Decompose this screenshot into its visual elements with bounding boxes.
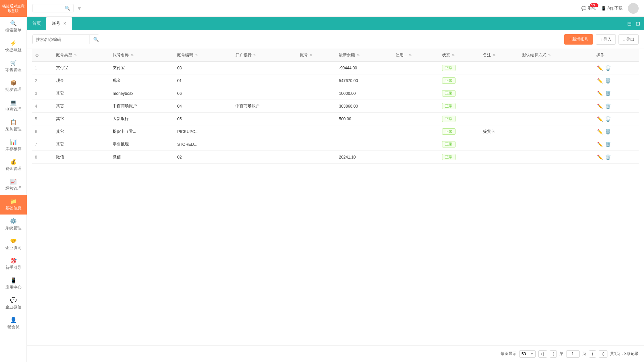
edit-button[interactable]: ✏️	[597, 91, 603, 96]
col-bank[interactable]: 开户银行 ⇅	[233, 49, 297, 62]
table-settings-icon[interactable]: ⚙	[35, 53, 39, 58]
tab-close-icon[interactable]: ✕	[63, 21, 66, 26]
edit-button[interactable]: ✏️	[597, 116, 603, 122]
table-row: 6 其它 提货卡（零... PICKUPC... 正常 提货卡 ✏️ 🗑️	[32, 125, 639, 138]
search-submit-button[interactable]: 🔍	[90, 35, 99, 44]
sidebar-item-wholesale[interactable]: 📦批发管理	[0, 76, 27, 96]
sidebar-item-finance[interactable]: 💰资金管理	[0, 155, 27, 175]
main-area: 🔍 ▾ 💬 消息 99+ 📱 App下载 首页 账号 ✕ ⊟	[27, 0, 644, 362]
sidebar-item-guide[interactable]: 🎯新手引导	[0, 254, 27, 274]
tab-home-label: 首页	[32, 20, 41, 26]
tab-minimize-button[interactable]: ⊟	[626, 19, 633, 28]
col-usage[interactable]: 使用... ⇅	[393, 49, 439, 62]
edit-button[interactable]: ✏️	[597, 104, 603, 109]
delete-button[interactable]: 🗑️	[605, 91, 611, 96]
tabbar-actions: ⊟ ⊡	[626, 19, 644, 28]
col-note[interactable]: 备注 ⇅	[480, 49, 520, 62]
sidebar-item-retail[interactable]: 🛒零售管理	[0, 56, 27, 76]
topbar-dropdown-icon[interactable]: ▾	[78, 5, 81, 12]
delete-button[interactable]: 🗑️	[605, 78, 611, 83]
row-code: STORED...	[174, 138, 232, 151]
content-area: 🔍 + 新增账号 ↑ 导入 ↓ 导出	[27, 30, 644, 362]
row-usage	[393, 100, 439, 113]
col-name[interactable]: 账号名称 ⇅	[110, 49, 174, 62]
tab-maximize-button[interactable]: ⊡	[634, 19, 641, 28]
tab-home[interactable]: 首页	[27, 17, 46, 30]
sidebar-item-label-ecommerce: 电商管理	[2, 107, 25, 112]
row-name: 大新银行	[110, 113, 174, 125]
sidebar-item-label-operations: 经营管理	[2, 186, 25, 191]
table-row: 8 微信 微信 02 28241.10 正常 ✏️ 🗑️	[32, 151, 639, 164]
col-status[interactable]: 状态 ⇅	[439, 49, 480, 62]
row-num: 4	[32, 100, 53, 113]
row-actions: ✏️ 🗑️	[594, 87, 639, 100]
row-note	[480, 74, 520, 87]
delete-button[interactable]: 🗑️	[605, 155, 611, 160]
row-balance: 28241.10	[336, 151, 393, 164]
edit-button[interactable]: ✏️	[597, 142, 603, 147]
sidebar-item-corporate[interactable]: 🤝企业协同	[0, 234, 27, 254]
row-settlement	[520, 125, 594, 138]
retail-icon: 🛒	[2, 60, 25, 66]
content-toolbar: 🔍 + 新增账号 ↑ 导入 ↓ 导出	[27, 30, 644, 49]
sidebar-item-purchase[interactable]: 📋采购管理	[0, 116, 27, 135]
col-settlement[interactable]: 默认结算方式 ⇅	[520, 49, 594, 62]
row-num: 5	[32, 113, 53, 125]
row-name: 提货卡（零...	[110, 125, 174, 138]
delete-button[interactable]: 🗑️	[605, 142, 611, 147]
row-status: 正常	[439, 62, 480, 74]
topbar-search-input[interactable]	[36, 6, 63, 11]
avatar[interactable]	[628, 3, 639, 14]
sidebar-item-member[interactable]: 👤畅会员	[0, 313, 27, 333]
col-balance[interactable]: 最新余额 ⇅	[336, 49, 393, 62]
import-button[interactable]: ↑ 导入	[596, 34, 616, 45]
row-note	[480, 87, 520, 100]
col-settings[interactable]: ⚙	[32, 49, 53, 62]
message-button[interactable]: 💬 消息 99+	[581, 5, 596, 11]
delete-button[interactable]: 🗑️	[605, 129, 611, 134]
prev-page-button[interactable]: ⟨	[550, 350, 557, 358]
row-name: 微信	[110, 151, 174, 164]
table-row: 2 现金 现金 01 547670.00 正常 ✏️ 🗑️	[32, 74, 639, 87]
edit-button[interactable]: ✏️	[597, 129, 603, 134]
delete-button[interactable]: 🗑️	[605, 116, 611, 122]
row-actions: ✏️ 🗑️	[594, 62, 639, 74]
add-account-button[interactable]: + 新增账号	[564, 34, 593, 45]
row-balance: 547670.00	[336, 74, 393, 87]
delete-button[interactable]: 🗑️	[605, 65, 611, 71]
page-input[interactable]	[566, 350, 580, 358]
col-account[interactable]: 账号 ⇅	[297, 49, 336, 62]
sidebar-item-label-search: 搜索菜单	[2, 27, 25, 33]
col-code[interactable]: 账号编码 ⇅	[174, 49, 232, 62]
sidebar-item-shortcut[interactable]: ⚡快捷导航	[0, 37, 27, 56]
col-type[interactable]: 账号类型 ⇅	[53, 49, 110, 62]
delete-button[interactable]: 🗑️	[605, 104, 611, 109]
export-button[interactable]: ↓ 导出	[619, 34, 639, 45]
total-info: 共1页，8条记录	[610, 351, 639, 357]
sidebar-item-system[interactable]: ⚙️系统管理	[0, 215, 27, 234]
edit-button[interactable]: ✏️	[597, 78, 603, 83]
pagination: 每页显示 50 20 100 ⟨⟨ ⟨ 第 页 ⟩ ⟩⟩ 共1页，8条记录	[27, 345, 644, 362]
sidebar-item-ecommerce[interactable]: 💻电商管理	[0, 96, 27, 116]
edit-button[interactable]: ✏️	[597, 65, 603, 71]
search-wrap[interactable]: 🔍	[32, 35, 99, 44]
sidebar-item-label-wechat: 企业微信	[2, 304, 25, 310]
row-bank	[233, 87, 297, 100]
page-size-select[interactable]: 50 20 100	[519, 350, 536, 358]
operations-icon: 📈	[2, 178, 25, 185]
sidebar-item-wechat[interactable]: 💬企业微信	[0, 294, 27, 313]
edit-button[interactable]: ✏️	[597, 155, 603, 160]
app-download-button[interactable]: 📱 App下载	[601, 5, 623, 11]
last-page-button[interactable]: ⟩⟩	[599, 350, 607, 358]
sort-settlement-icon: ⇅	[548, 53, 551, 57]
next-page-button[interactable]: ⟩	[589, 350, 596, 358]
sidebar-item-inventory[interactable]: 📊库存核算	[0, 135, 27, 155]
search-input[interactable]	[33, 35, 90, 44]
sidebar-item-appcenter[interactable]: 📱应用中心	[0, 274, 27, 294]
sidebar-item-operations[interactable]: 📈经营管理	[0, 175, 27, 195]
sidebar-item-basic[interactable]: 📁基础信息	[0, 195, 27, 215]
topbar-search[interactable]: 🔍	[32, 4, 74, 12]
tab-account[interactable]: 账号 ✕	[46, 17, 72, 30]
sidebar-item-search[interactable]: 🔍搜索菜单	[0, 17, 27, 37]
first-page-button[interactable]: ⟨⟨	[538, 350, 547, 358]
